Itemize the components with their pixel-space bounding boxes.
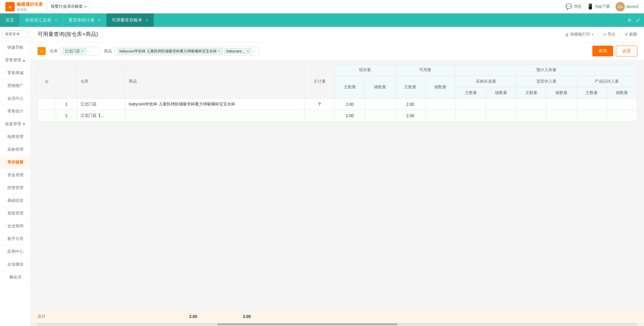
col-settings[interactable]: ⚙ <box>38 64 56 99</box>
sidebar-item-member[interactable]: 畅会员 <box>0 271 31 284</box>
row-no-cell: 2 <box>56 110 77 122</box>
col-incoming-group-header: 预计入库量 <box>455 64 637 76</box>
sidebar-item-quick-nav[interactable]: 快捷导航 <box>0 41 31 54</box>
sidebar-item-sys-mgmt[interactable]: 系统管理 <box>0 207 31 220</box>
industry-label: 母婴行业演示账套 <box>51 4 83 9</box>
sidebar-item-ecom-mgmt[interactable]: 电商管理 <box>0 131 31 143</box>
sidebar-item-wechat-biz[interactable]: 企业微信 <box>0 258 31 271</box>
col-purchase-group-header: 采购在途量 <box>455 76 516 87</box>
main-layout: 快捷导航 零售管理 ▲ 零售商城 营销推广 会员中心 零售统计 批发管理 ▼ 电… <box>0 27 644 326</box>
row-settings-cell <box>38 110 56 122</box>
row-production-aux-cell <box>607 110 637 122</box>
app-download-label: App下载 <box>595 4 610 9</box>
table-row: 2 江北门店【... 2.00 2.00 <box>38 110 637 122</box>
filter-toggle-btn[interactable]: » <box>38 47 46 55</box>
print-arrow-icon: ▾ <box>592 33 593 36</box>
app-download-btn[interactable]: 📱 App下载 <box>587 3 610 10</box>
print-template-btn[interactable]: 🖨 按模板打印 ▾ <box>565 32 593 37</box>
col-unit-header: 主计量 <box>305 64 335 99</box>
row-arrival-aux-cell <box>546 99 577 110</box>
sidebar: 快捷导航 零售管理 ▲ 零售商城 营销推广 会员中心 零售统计 批发管理 ▼ 电… <box>0 27 31 326</box>
setting-button[interactable]: 设置 <box>616 46 637 56</box>
col-no-header <box>56 64 77 99</box>
product-more-btn[interactable]: ··· <box>253 49 256 53</box>
warehouse-tag-area[interactable]: 江北门店 ✕ ··· <box>60 47 100 56</box>
tab-available-stock[interactable]: 可用量库存账本 ✕ <box>106 13 154 27</box>
tab-receive-send-close[interactable]: ✕ <box>55 18 57 22</box>
tab-bar: 首页 收发存汇总表 ✕ 要货单统计表 ✕ 可用量库存账本 ✕ ✕ ⤢ <box>0 13 644 27</box>
col-avail-aux-header: 辅数量 <box>425 76 455 99</box>
row-production-main-cell <box>577 110 607 122</box>
sidebar-item-stock-check[interactable]: 库存核算 <box>0 156 31 169</box>
product-tag-1-remove[interactable]: ✕ <box>218 49 220 53</box>
col-stock-aux-header: 辅数量 <box>365 76 395 99</box>
industry-selector[interactable]: 母婴行业演示账套 ▾ <box>47 2 90 11</box>
sidebar-item-purchase-mgmt[interactable]: 采购管理 <box>0 143 31 156</box>
print-label: 按模板打印 <box>570 32 590 37</box>
sidebar-item-basic-info[interactable]: 基础信息 <box>0 194 31 207</box>
download-icon: 📱 <box>587 3 594 10</box>
scroll-track <box>38 323 637 325</box>
tab-maximize-btn[interactable]: ⤢ <box>634 16 641 25</box>
row-arrival-main-cell <box>516 110 546 122</box>
page-actions: 🖨 按模板打印 ▾ | ↗ 导出 | ↺ 刷新 <box>565 32 637 37</box>
row-purchase-aux-cell <box>486 99 516 110</box>
row-arrival-main-cell <box>516 99 546 110</box>
col-arrival-main-header: 主数量 <box>516 87 546 99</box>
divider-1: | <box>597 32 598 37</box>
logo-main-text: 畅捷通好生意 <box>17 1 43 7</box>
tab-receive-send[interactable]: 收发存汇总表 ✕ <box>20 13 63 27</box>
sidebar-item-retail-mall[interactable]: 零售商城 <box>0 67 31 80</box>
message-btn[interactable]: 💬 消息 <box>566 3 582 10</box>
search-input[interactable] <box>3 30 28 38</box>
warehouse-tag-remove[interactable]: ✕ <box>81 49 84 53</box>
tab-order-stats-close[interactable]: ✕ <box>98 18 101 22</box>
sidebar-item-app-center[interactable]: 应用中心 <box>0 245 31 258</box>
sidebar-item-retail-mgmt[interactable]: 零售管理 ▲ <box>0 54 31 67</box>
footer-label: 合计 <box>38 314 46 319</box>
tab-home-label: 首页 <box>5 17 14 23</box>
sidebar-search-area <box>0 27 31 41</box>
sidebar-item-ops-mgmt[interactable]: 经营管理 <box>0 182 31 194</box>
scroll-thumb[interactable] <box>217 323 397 325</box>
warehouse-filter-label: 仓库 <box>50 48 58 54</box>
sidebar-item-new-guide[interactable]: 新手引导 <box>0 233 31 245</box>
query-button[interactable]: 查询 <box>592 46 613 56</box>
export-icon: ↗ <box>603 32 606 37</box>
row-no-cell: 1 <box>56 99 77 110</box>
tab-available-stock-close[interactable]: ✕ <box>146 18 148 22</box>
export-btn[interactable]: ↗ 导出 <box>603 32 615 37</box>
tab-order-stats[interactable]: 要货单统计表 ✕ <box>63 13 106 27</box>
tab-close-all-btn[interactable]: ✕ <box>626 16 633 25</box>
sidebar-item-wholesale-mgmt[interactable]: 批发管理 ▼ <box>0 118 31 131</box>
arrow-icon-2: ▼ <box>22 122 26 126</box>
tab-home[interactable]: 首页 <box>0 13 20 27</box>
svg-text:好: 好 <box>8 6 12 9</box>
product-tag-area[interactable]: babycare学饮杯 儿童防摔防撞吸管杯重力球吸嘴杯宝宝水杯 ✕ babyca… <box>114 47 259 56</box>
refresh-btn[interactable]: ↺ 刷新 <box>625 32 637 37</box>
tab-bar-actions: ✕ ⤢ <box>626 16 644 25</box>
horizontal-scrollbar[interactable] <box>31 323 644 326</box>
warehouse-tag: 江北门店 ✕ <box>63 48 86 54</box>
row-stock-aux-cell <box>365 110 395 122</box>
divider-2: | <box>620 32 621 37</box>
arrow-icon: ▲ <box>22 58 26 62</box>
sidebar-item-retail-stats[interactable]: 零售统计 <box>0 105 31 118</box>
product-filter-label: 商品 <box>104 48 112 54</box>
tab-receive-send-label: 收发存汇总表 <box>25 17 51 23</box>
export-label: 导出 <box>607 32 615 37</box>
product-tag-1-value: babycare学饮杯 儿童防摔防撞吸管杯重力球吸嘴杯宝宝水杯 <box>119 49 217 54</box>
row-stock-aux-cell <box>365 99 395 110</box>
product-tag-2-remove[interactable]: ✕ <box>247 49 249 53</box>
top-bar-right: 💬 消息 📱 App下载 Ea demo2 <box>566 2 639 11</box>
sidebar-item-marketing[interactable]: 营销推广 <box>0 80 31 92</box>
col-purchase-aux-header: 辅数量 <box>486 87 516 99</box>
sidebar-item-member-center[interactable]: 会员中心 <box>0 92 31 105</box>
logo-area: 好 畅捷通好生意 标准版 <box>5 1 43 12</box>
table-area: ⚙ 仓库 商品 主计量 现存量 <box>31 60 644 310</box>
user-area[interactable]: Ea demo2 <box>615 2 639 11</box>
warehouse-more-btn[interactable]: ··· <box>87 49 91 53</box>
sidebar-item-finance-mgmt[interactable]: 资金管理 <box>0 169 31 182</box>
sidebar-item-enterprise[interactable]: 企业协同 <box>0 220 31 233</box>
footer-stock-main: 2.00 <box>180 314 207 319</box>
